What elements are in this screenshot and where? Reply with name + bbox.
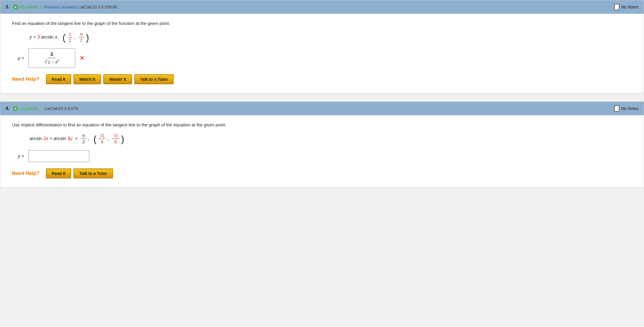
question-4-number: 4. <box>6 106 9 111</box>
q4-course-code: LarCalc10 5.6.079. <box>44 106 79 111</box>
q3-master-it-btn[interactable]: Master It <box>103 74 132 84</box>
q4-answer-row: y = <box>18 150 632 162</box>
q3-separator: | <box>41 5 42 9</box>
my-notes-btn-q3[interactable]: My Notes <box>614 4 638 10</box>
q4-talk-tutor-btn[interactable]: Talk to a Tutor <box>73 168 113 178</box>
q3-read-it-btn[interactable]: Read It <box>46 74 71 84</box>
q4-question-text: Use implicit differentiation to find an … <box>12 122 632 127</box>
q4-need-help-label: Need Help? <box>12 171 40 176</box>
q4-4y: 4y <box>67 136 72 141</box>
question-3-body: Find an equation of the tangent line to … <box>0 14 644 93</box>
page-wrapper: 3. + 0/1 points | Previous Answers LarCa… <box>0 0 644 187</box>
q3-help-row: Need Help? Read It Watch It Master It Ta… <box>12 74 632 84</box>
plus-icon-q3: + <box>13 4 18 10</box>
q3-need-help-label: Need Help? <box>12 76 40 82</box>
my-notes-btn-q4[interactable]: My Notes <box>614 105 638 112</box>
question-3-header: 3. + 0/1 points | Previous Answers LarCa… <box>0 0 644 14</box>
q4-help-row: Need Help? Read It Talk to a Tutor <box>12 168 632 178</box>
my-notes-label-q3: My Notes <box>621 5 638 9</box>
prev-answers-link[interactable]: Previous Answers <box>44 5 77 9</box>
q4-pi-half: π 2 <box>81 133 86 144</box>
q4-points: −/1 points <box>19 106 39 111</box>
question-4-body: Use implicit differentiation to find an … <box>0 115 644 187</box>
question-3-number: 3. <box>6 4 9 10</box>
q3-points: 0/1 points <box>19 5 38 9</box>
spacer <box>0 99 644 101</box>
q3-frac1: 1 2 <box>68 32 72 43</box>
notes-icon-q4 <box>614 105 619 112</box>
plus-icon-q4: + <box>13 106 18 111</box>
q3-math-line: y = 3 arcsin x, ( 1 2 , π 2 ) <box>30 32 632 43</box>
q4-2x: 2x <box>43 136 48 141</box>
q3-error-icon[interactable]: ✕ <box>79 54 85 62</box>
q3-denominator: √ 1 − x2 <box>43 58 60 65</box>
question-3-block: 3. + 0/1 points | Previous Answers LarCa… <box>0 0 644 93</box>
q4-answer-input[interactable] <box>28 150 89 162</box>
q3-constant: 3 <box>37 35 40 39</box>
question-4-header: 4. + −/1 points LarCalc10 5.6.079. My No… <box>0 102 644 115</box>
q4-sqrt2-8: √2 8 <box>112 133 119 144</box>
q3-answer-row: y = 3 √ 1 − x2 ✕ <box>18 48 632 68</box>
my-notes-label-q4: My Notes <box>621 106 638 111</box>
question-4-block: 4. + −/1 points LarCalc10 5.6.079. My No… <box>0 101 644 187</box>
q3-answer-box: 3 √ 1 − x2 <box>28 48 75 68</box>
q3-denom-expr: 1 − x2 <box>48 59 59 64</box>
q3-y-label: y = <box>18 56 24 61</box>
q4-y-label: y = <box>18 154 24 159</box>
q3-watch-it-btn[interactable]: Watch It <box>73 74 101 84</box>
q3-answer-fraction: 3 √ 1 − x2 <box>43 51 60 65</box>
q3-question-text: Find an equation of the tangent line to … <box>12 21 632 26</box>
q4-sqrt2-4: √2 4 <box>98 133 106 144</box>
q4-math-line: arcsin 2x + arcsin 4y = π 2 , ( √2 4 , √… <box>30 133 632 144</box>
q3-talk-tutor-btn[interactable]: Talk to a Tutor <box>134 74 174 84</box>
q3-sqrt: √ <box>44 59 47 65</box>
q3-numerator: 3 <box>48 51 55 58</box>
q3-frac2: π 2 <box>79 32 84 43</box>
q4-read-it-btn[interactable]: Read It <box>46 168 71 178</box>
q3-course-code: LarCalc10 5.6.059.MI. <box>78 5 119 9</box>
notes-icon-q3 <box>614 4 619 10</box>
